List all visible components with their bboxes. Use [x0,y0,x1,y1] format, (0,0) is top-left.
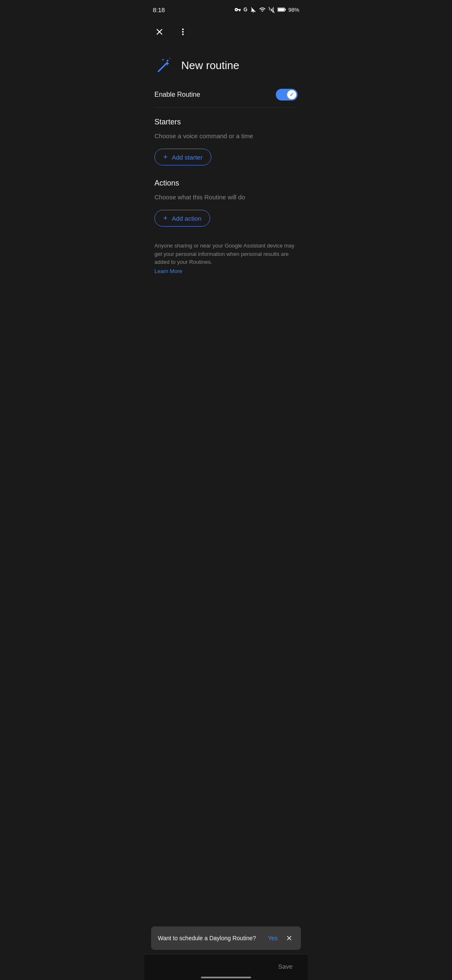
battery-percentage: 98% [288,7,299,13]
g-icon: G [244,7,247,13]
more-options-button[interactable] [175,23,191,40]
privacy-text: Anyone sharing or near your Google Assis… [154,242,298,266]
main-content: New routine Enable Routine ✓ Starters Ch… [144,45,308,291]
status-icons: G 98% [234,6,299,13]
starters-header: Starters [154,118,298,126]
close-icon [154,27,164,37]
add-starter-button[interactable]: + Add starter [154,149,211,165]
learn-more-link[interactable]: Learn More [154,268,182,274]
starters-section: Starters Choose a voice command or a tim… [154,118,298,177]
enable-routine-toggle[interactable]: ✓ [276,89,298,101]
enable-routine-row: Enable Routine ✓ [154,85,298,108]
actions-section: Actions Choose what this Routine will do… [154,179,298,238]
actions-description: Choose what this Routine will do [154,193,298,201]
title-row: New routine [154,55,298,75]
actions-header: Actions [154,179,298,188]
magic-wand-icon [154,55,175,75]
more-vertical-icon [178,27,188,37]
battery-icon [277,7,286,12]
wifi-icon [259,6,266,13]
status-time: 8:18 [153,6,165,13]
add-action-label: Add action [172,215,202,222]
privacy-note: Anyone sharing or near your Google Assis… [154,242,298,275]
page-title: New routine [181,59,239,72]
plus-icon: + [163,153,168,161]
status-bar: 8:18 G 98% [144,0,308,18]
bell-muted-icon [250,6,257,13]
close-button[interactable] [151,23,168,40]
toggle-track: ✓ [276,89,298,101]
app-bar [144,18,308,45]
starters-description: Choose a voice command or a time [154,132,298,140]
toggle-check-icon: ✓ [290,92,294,98]
toggle-thumb: ✓ [287,90,296,99]
svg-rect-2 [278,8,284,11]
svg-line-3 [158,63,167,72]
add-starter-label: Add starter [172,154,203,161]
enable-routine-label: Enable Routine [154,91,200,98]
signal-icon [268,6,275,13]
key-icon [234,6,241,13]
svg-rect-1 [285,9,286,10]
plus-action-icon: + [163,214,168,222]
add-action-button[interactable]: + Add action [154,210,210,227]
